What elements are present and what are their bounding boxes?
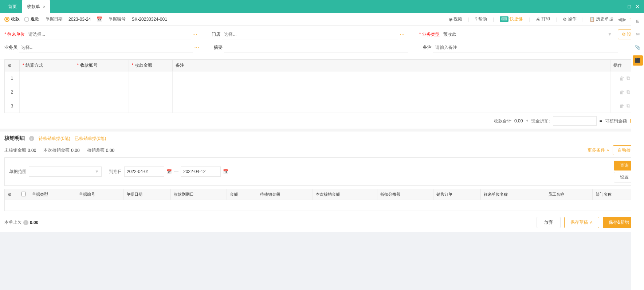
amount-1[interactable] — [129, 71, 172, 85]
delete-row-1-icon[interactable]: 🗑 — [619, 75, 624, 81]
bill-date-value: 2023-03-24 — [68, 17, 91, 22]
panel-screen-icon[interactable]: ⬛ — [633, 55, 643, 66]
counterparty-input[interactable] — [26, 29, 191, 39]
next-arrow[interactable]: ▶ — [623, 16, 627, 22]
pending-link[interactable]: 待核销单据(0笔) — [39, 136, 70, 142]
settlement-3[interactable] — [19, 99, 74, 113]
video-icon: ◉ — [449, 17, 452, 22]
remark-input[interactable] — [433, 42, 618, 52]
select-all-checkbox[interactable] — [21, 192, 26, 196]
account-3[interactable] — [74, 99, 129, 113]
more-filter-btn[interactable]: 更多条件 ∧ — [588, 147, 610, 153]
account-2[interactable] — [74, 85, 129, 99]
table-row: 3 🗑 ⧉ — [5, 99, 639, 113]
date-from-input[interactable] — [124, 166, 164, 177]
tab-receipt[interactable]: 收款单 × — [22, 0, 50, 13]
business-type-field: 业务类型 预收款 ▼ — [419, 31, 612, 38]
remark-label: 备注 — [423, 44, 432, 51]
delete-row-3-icon[interactable]: 🗑 — [619, 103, 624, 109]
receipt-radio[interactable]: 收款 — [4, 16, 20, 22]
bth-current: 本次核销金额 — [313, 189, 377, 200]
copy-row-3-icon[interactable]: ⧉ — [627, 103, 630, 109]
footer-info-icon[interactable]: i — [23, 220, 28, 225]
table-gear-icon[interactable]: ⚙ — [8, 63, 12, 68]
panel-clip-icon[interactable]: 📎 — [633, 42, 643, 52]
salesperson-field: 业务员 ··· — [4, 42, 199, 52]
history-btn[interactable]: 📋 历史单据 — [588, 15, 615, 23]
counterparty-more-btn[interactable]: ··· — [192, 31, 197, 38]
summary-input[interactable] — [224, 42, 409, 52]
note-2[interactable] — [172, 85, 610, 99]
help-btn[interactable]: ? 帮助 — [474, 15, 489, 23]
salesperson-more-btn[interactable]: ··· — [194, 44, 199, 51]
summary-label: 摘要 — [214, 44, 223, 51]
bth-bill-type: 单据类型 — [29, 189, 76, 200]
summary-field: 摘要 — [214, 42, 409, 52]
bth-settings: ⚙ — [5, 189, 18, 200]
prev-arrow[interactable]: ◀ — [618, 16, 622, 22]
panel-mail-icon[interactable]: ✉ — [633, 29, 643, 39]
remark-field: 备注 — [423, 42, 618, 52]
refund-radio[interactable]: 退款 — [24, 16, 39, 22]
operation-btn[interactable]: ⚙ 操作 — [561, 15, 578, 23]
diff-stat: 核销差额 0.00 — [87, 147, 114, 153]
amount-2[interactable] — [129, 85, 172, 99]
minimize-btn[interactable]: — — [619, 4, 624, 9]
close-tab-icon[interactable]: × — [43, 4, 45, 9]
uncancelled-stat: 未核销金额 0.00 — [4, 147, 36, 153]
equals-sign: = — [600, 118, 602, 124]
shortcut-icon: ⌨ — [500, 16, 508, 22]
copy-row-1-icon[interactable]: ⧉ — [627, 75, 630, 81]
bth-counterparty: 往来单位名称 — [480, 189, 545, 200]
top-toolbar: 收款 退款 单据日期 2023-03-24 📅 单据编号 SK-20230324… — [0, 13, 644, 26]
tab-home[interactable]: 首页 — [3, 0, 22, 13]
copy-row-2-icon[interactable]: ⧉ — [627, 89, 630, 95]
th-settings: ⚙ — [5, 60, 19, 71]
cash-discount-label: 现金折扣: — [531, 118, 550, 124]
date-to-input[interactable] — [181, 166, 221, 177]
abandon-btn[interactable]: 放弃 — [537, 217, 561, 228]
video-btn[interactable]: ◉ 视频 — [447, 15, 464, 23]
calendar-icon[interactable]: 📅 — [97, 16, 102, 22]
print-btn[interactable]: 🖨 打印 — [534, 15, 551, 23]
range-label: 单据范围 — [9, 169, 27, 175]
store-more-btn[interactable]: ··· — [400, 31, 404, 38]
stats-filter-row: 未核销金额 0.00 本次核销金额 0.00 核销差额 0.00 更多条件 ∧ … — [0, 144, 644, 157]
account-1[interactable] — [74, 71, 129, 85]
business-type-value: 预收款 — [441, 31, 606, 38]
shortcut-btn[interactable]: ⌨ 快捷键 — [498, 15, 524, 23]
verification-section: 核销明细 i 待核销单据(0笔) 已核销单据(0笔) — [0, 132, 644, 144]
summary-row: 收款合计 0.00 + 现金折扣: = 可核销金额 0.00 — [0, 113, 644, 129]
bottom-table-area: ⚙ 单据类型 单据编号 单据日期 收款到期日 金额 待核销金额 本次核销金额 折… — [4, 189, 640, 211]
close-btn[interactable]: ✕ — [635, 4, 640, 9]
toolbar-right: ◉ 视频 | ? 帮助 | ⌨ 快捷键 | 🖨 打印 | — [447, 15, 640, 23]
settlement-1[interactable] — [19, 71, 74, 85]
range-select[interactable]: ▼ — [29, 166, 102, 177]
note-3[interactable] — [172, 99, 610, 113]
bottom-gear-icon[interactable]: ⚙ — [8, 192, 12, 197]
save-draft-btn[interactable]: 保存草稿 ∧ — [564, 217, 599, 228]
due-date-label: 到期日 — [109, 169, 122, 175]
plus-sign: + — [526, 118, 528, 124]
note-1[interactable] — [172, 71, 610, 85]
salesperson-input[interactable] — [19, 42, 193, 52]
cal-to-icon[interactable]: 📅 — [223, 169, 228, 174]
form-row-2: 业务员 ··· 摘要 备注 — [4, 42, 640, 52]
completed-link[interactable]: 已核销单据(0笔) — [75, 136, 106, 142]
info-icon[interactable]: i — [29, 136, 34, 141]
gear-icon: ⚙ — [622, 32, 626, 37]
store-input[interactable] — [222, 29, 398, 39]
amount-3[interactable] — [129, 99, 172, 113]
range-dropdown-arrow: ▼ — [95, 169, 99, 174]
cash-discount-input[interactable] — [553, 116, 597, 126]
cal-from-icon[interactable]: 📅 — [166, 169, 172, 174]
current-page-label: 本单上欠 — [4, 219, 22, 226]
business-type-arrow[interactable]: ▼ — [608, 32, 612, 37]
maximize-btn[interactable]: □ — [628, 4, 631, 9]
th-remark: 备注 — [172, 60, 610, 71]
settlement-2[interactable] — [19, 85, 74, 99]
panel-table-icon[interactable]: ⊞ — [633, 16, 643, 26]
bth-amount: 金额 — [227, 189, 257, 200]
footer: 本单上欠 i 0.00 放弃 保存草稿 ∧ 保存&新增 ∧ — [0, 213, 644, 232]
delete-row-2-icon[interactable]: 🗑 — [619, 89, 624, 95]
